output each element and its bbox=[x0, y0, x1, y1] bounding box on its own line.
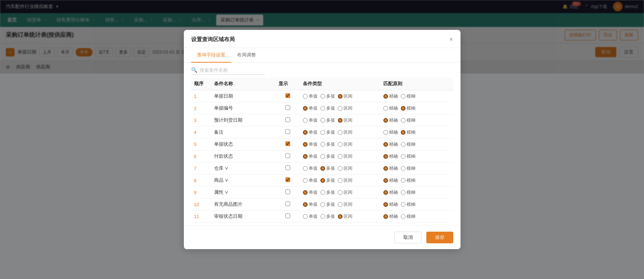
modal-overlay: 设置查询区域布局 × 查询字段设置 布局调整 🔍 顺序 bbox=[0, 0, 644, 74]
dialog-tab-query-fields[interactable]: 查询字段设置 bbox=[191, 48, 231, 63]
search-input-wrap: 🔍 bbox=[191, 67, 265, 74]
dialog-close-btn[interactable]: × bbox=[449, 36, 453, 43]
dialog-header: 设置查询区域布局 × bbox=[184, 30, 461, 48]
search-input[interactable] bbox=[199, 67, 265, 73]
dialog-title: 设置查询区域布局 bbox=[191, 36, 235, 43]
dialog-tab-layout[interactable]: 布局调整 bbox=[231, 48, 262, 63]
dialog-tabs: 查询字段设置 布局调整 bbox=[184, 48, 461, 63]
search-icon: 🔍 bbox=[191, 67, 197, 73]
search-area: 🔍 bbox=[184, 63, 461, 74]
settings-dialog: 设置查询区域布局 × 查询字段设置 布局调整 🔍 顺序 bbox=[184, 30, 461, 74]
